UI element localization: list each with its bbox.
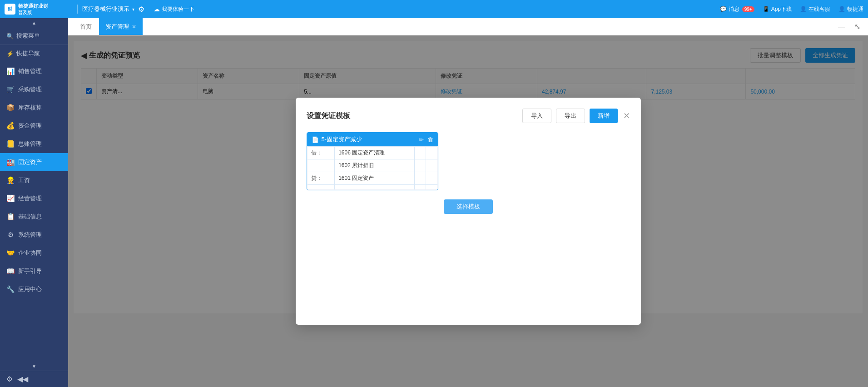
message-icon: 💬 [720, 6, 727, 12]
sidebar-scroll-down[interactable]: ▼ [0, 362, 68, 371]
sidebar-item-system[interactable]: ⚙ 系统管理 [0, 226, 68, 244]
funds-icon: 💰 [6, 122, 15, 130]
message-item[interactable]: 💬 消息 99+ [720, 5, 754, 13]
sidebar-item-purchase[interactable]: 🛒 采购管理 [0, 80, 68, 99]
template-account-3: 1601 固定资产 [335, 172, 415, 185]
company-dropdown-icon: ▾ [132, 7, 134, 12]
tab-minimize-button[interactable]: — [835, 20, 848, 33]
tab-close-icon[interactable]: ✕ [132, 24, 136, 30]
template-account-4 [335, 185, 415, 190]
template-side-4 [307, 185, 335, 190]
modal-overlay: 设置凭证模板 导入 导出 新增 ✕ [68, 35, 868, 387]
template-side-1: 借： [307, 147, 335, 159]
system-label: 系统管理 [18, 231, 42, 239]
sidebar-item-guide[interactable]: 📖 新手引导 [0, 262, 68, 280]
user-label: 畅捷通 [847, 5, 863, 13]
service-icon: 👤 [800, 6, 807, 12]
user-item[interactable]: 👤 畅捷通 [838, 5, 863, 13]
company-name: 医疗器械行业演示 [82, 5, 129, 13]
system-icon: ⚙ [6, 231, 15, 239]
sidebar-item-funds[interactable]: 💰 资金管理 [0, 117, 68, 135]
topbar-experience[interactable]: ☁ 我要体验一下 [154, 5, 194, 13]
modal-header: 设置凭证模板 导入 导出 新增 ✕ [307, 109, 630, 123]
fixed-assets-label: 固定资产 [18, 158, 42, 166]
sidebar-item-basic-info[interactable]: 📋 基础信息 [0, 208, 68, 226]
sidebar-item-enterprise[interactable]: 🤝 企业协同 [0, 244, 68, 262]
modal: 设置凭证模板 导入 导出 新增 ✕ [296, 98, 641, 325]
enterprise-label: 企业协同 [18, 249, 42, 257]
ledger-icon: 📒 [6, 140, 15, 148]
user-icon: 👤 [838, 6, 845, 12]
tab-maximize-button[interactable]: ⤡ [851, 20, 863, 33]
settings-bottom-icon[interactable]: ⚙ [6, 375, 13, 383]
inventory-label: 库存核算 [18, 104, 42, 112]
template-col3-3 [415, 172, 426, 185]
template-name: 5-固定资产减少 [322, 135, 362, 144]
sidebar-item-payroll[interactable]: 👷 工资 [0, 171, 68, 189]
template-side-2 [307, 159, 335, 172]
guide-icon: 📖 [6, 267, 15, 275]
page-content: ◀ 生成的凭证预览 批量调整模板 全部生成凭证 变动类型 资产名称 [68, 35, 868, 387]
logo-sub: 普及版 [18, 10, 48, 15]
export-button[interactable]: 导出 [556, 109, 585, 123]
customer-service-item[interactable]: 👤 在线客服 [800, 5, 830, 13]
topbar: 财 畅捷通好业财 普及版 医疗器械行业演示 ▾ ⚙ ☁ 我要体验一下 💬 消息 … [0, 0, 868, 18]
sidebar-item-sales[interactable]: 📊 销售管理 [0, 62, 68, 80]
sidebar-search[interactable]: 🔍 搜索菜单 [0, 27, 68, 45]
modal-close-icon[interactable]: ✕ [623, 111, 630, 121]
purchase-label: 采购管理 [18, 85, 42, 94]
template-account-2: 1602 累计折旧 [335, 159, 415, 172]
modal-title: 设置凭证模板 [307, 111, 350, 121]
sidebar-nav: 📊 销售管理 🛒 采购管理 📦 库存核算 💰 资金管理 📒 总账管理 🏭 [0, 62, 68, 362]
content-area: 首页 资产管理 ✕ — ⤡ ◀ 生成的凭证预览 [68, 18, 868, 387]
quicknav-icon: ⚡ [6, 50, 14, 57]
template-col3-4 [415, 185, 426, 190]
tab-asset-management[interactable]: 资产管理 ✕ [99, 18, 143, 35]
template-col4-3 [426, 172, 437, 185]
sales-icon: 📊 [6, 67, 15, 75]
template-col4-2 [426, 159, 437, 172]
app-center-label: 应用中心 [18, 285, 42, 293]
template-row-3: 贷： 1601 固定资产 [307, 172, 437, 185]
logo-name: 畅捷通好业财 [18, 3, 48, 9]
quicknav-label: 快捷导航 [16, 50, 40, 58]
import-button[interactable]: 导入 [522, 109, 551, 123]
template-delete-icon[interactable]: 🗑 [427, 136, 433, 143]
basic-info-label: 基础信息 [18, 213, 42, 221]
sidebar-quicknav[interactable]: ⚡ 快捷导航 [0, 45, 68, 62]
collapse-sidebar-icon[interactable]: ◀◀ [17, 375, 28, 383]
basic-info-icon: 📋 [6, 213, 15, 221]
template-row-1: 借： 1606 固定资产清理 [307, 147, 437, 159]
tab-bar-right: — ⤡ [835, 20, 868, 33]
template-card: 📄 5-固定资产减少 ✏ 🗑 借： [307, 132, 438, 190]
sidebar-item-operations[interactable]: 📈 经营管理 [0, 189, 68, 208]
app-label: App下载 [771, 5, 792, 13]
ledger-label: 总账管理 [18, 140, 42, 148]
payroll-icon: 👷 [6, 176, 15, 184]
guide-label: 新手引导 [18, 267, 42, 275]
funds-label: 资金管理 [18, 122, 42, 130]
template-col4-4 [426, 185, 437, 190]
sidebar-scroll-up[interactable]: ▲ [0, 18, 68, 27]
new-button[interactable]: 新增 [590, 109, 618, 123]
sidebar-item-inventory[interactable]: 📦 库存核算 [0, 99, 68, 117]
sidebar-item-fixed-assets[interactable]: 🏭 固定资产 [0, 153, 68, 171]
logo-icon: 财 [5, 4, 15, 15]
tab-home[interactable]: 首页 [73, 18, 99, 35]
app-icon: 📱 [763, 6, 769, 12]
sidebar-item-app-center[interactable]: 🔧 应用中心 [0, 280, 68, 298]
template-col3-2 [415, 159, 426, 172]
template-table: 借： 1606 固定资产清理 1602 累计折旧 [307, 146, 438, 190]
app-center-icon: 🔧 [6, 285, 15, 293]
template-edit-icon[interactable]: ✏ [419, 136, 424, 143]
tab-home-label: 首页 [80, 23, 92, 31]
sidebar-item-ledger[interactable]: 📒 总账管理 [0, 135, 68, 153]
app-download-item[interactable]: 📱 App下载 [763, 5, 792, 13]
select-template-button[interactable]: 选择模板 [444, 199, 493, 214]
template-card-header-icons: ✏ 🗑 [419, 136, 433, 143]
sidebar: ▲ 🔍 搜索菜单 ⚡ 快捷导航 📊 销售管理 🛒 采购管理 📦 库存核算 💰 [0, 18, 68, 387]
template-account-1: 1606 固定资产清理 [335, 147, 415, 159]
template-card-header: 📄 5-固定资产减少 ✏ 🗑 [307, 133, 438, 146]
topbar-company[interactable]: 医疗器械行业演示 ▾ [82, 5, 134, 13]
topbar-gear-icon[interactable]: ⚙ [138, 5, 144, 14]
